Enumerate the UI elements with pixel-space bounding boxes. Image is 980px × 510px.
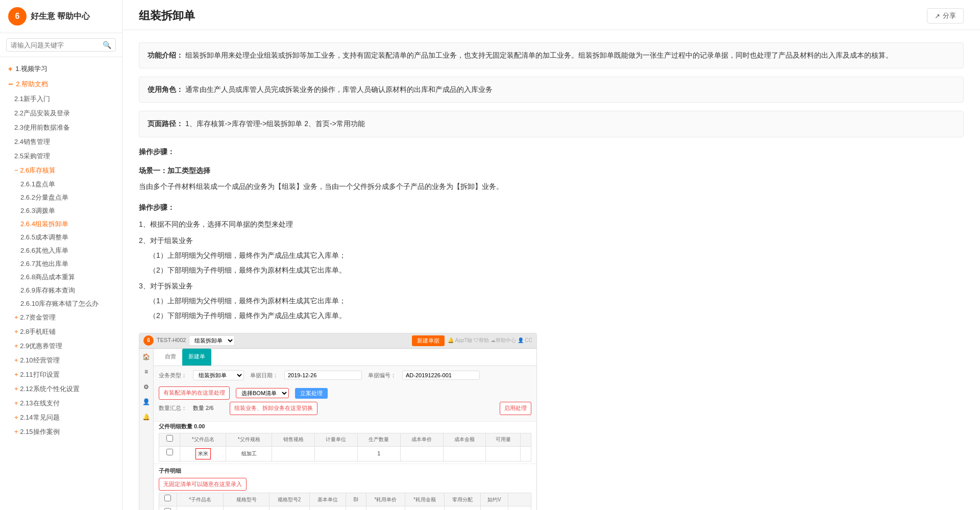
mock-upper-cell-action [521, 446, 531, 461]
sidebar-item-2-10[interactable]: + 2.10经营管理 [0, 353, 122, 368]
step-3: 3、对于拆装业务 [139, 280, 964, 293]
sidebar-item-2-15[interactable]: + 2.15操作案例 [0, 425, 122, 439]
search-icon[interactable]: 🔍 [103, 41, 111, 49]
search-box[interactable]: 🔍 [6, 38, 116, 52]
mock-upper-cell-spec: 组加工 [226, 446, 272, 461]
sidebar-item-2-8[interactable]: + 2.8手机旺铺 [0, 325, 122, 339]
sidebar-item-2-1[interactable]: 2.1新手入门 [0, 92, 122, 106]
mock-lrow1-costunit: 900 [366, 506, 405, 510]
mock-app-logo: 6 [143, 335, 154, 346]
mock-lrow1-action: ✏ 🗑 [508, 506, 531, 510]
mock-form-row-1: 业务类型： 组装拆卸单 单据日期： 单据编号： 有装配清单的在这里处理 [159, 370, 531, 400]
sidebar-item-2-7[interactable]: + 2.7资金管理 [0, 310, 122, 325]
mock-test-id: TEST-H002 [157, 335, 186, 346]
mock-upper-cell-costprice [400, 446, 443, 461]
mock-upper-table-area: 父件明细数量 0.00 *父件品名 *父件规格 销售规格 计量单位 [154, 422, 536, 464]
search-area: 🔍 [0, 33, 122, 57]
sidebar-item-2-6-4[interactable]: 2.6.4组装拆卸单 [0, 217, 122, 231]
sidebar-item-2-9[interactable]: + 2.9优惠券管理 [0, 339, 122, 353]
mock-date-input[interactable] [284, 371, 362, 380]
sidebar-item-2-2[interactable]: 2.2产品安装及登录 [0, 106, 122, 120]
mock-upper-table: *父件品名 *父件规格 销售规格 计量单位 生产数量 成本单价 成本金额 可用量 [159, 433, 531, 462]
main-content: 组装拆卸单 ↗ 分享 功能介绍： 组装拆卸单用来处理企业组装或拆卸等加工业务，支… [122, 0, 980, 510]
mock-lth-baseunit: 基本单位 [309, 493, 346, 506]
mock-upper-cell-name: 米米 [180, 446, 226, 461]
mock-icon-settings: ⚙ [143, 382, 149, 393]
mock-upper-cell-check [159, 446, 180, 461]
sidebar-item-2-6-5[interactable]: 2.6.5成本调整单 [0, 231, 122, 244]
sidebar-item-2-14[interactable]: + 2.14常见问题 [0, 410, 122, 425]
mock-lower-select-all[interactable] [164, 495, 171, 501]
sidebar-item-2-12[interactable]: + 2.12系统个性化设置 [0, 382, 122, 396]
sidebar-item-label-2: 2.帮助文档 [16, 80, 48, 89]
mock-th-parent-name: *父件品名 [180, 433, 226, 446]
path-text: 1、库存核算->库存管理->组装拆卸单 2、首页->常用功能 [185, 119, 365, 128]
mock-orderno-input[interactable] [402, 371, 480, 380]
sidebar-item-2-4[interactable]: 2.4销售管理 [0, 135, 122, 149]
mock-warehouse-select[interactable]: 组装拆卸单 [189, 335, 235, 346]
sidebar-item-2-6-9[interactable]: 2.6.9库存账本查询 [0, 284, 122, 297]
mock-lth-child-name: *子件品名 [177, 493, 224, 506]
mock-th-cost-price: 成本单价 [400, 433, 443, 446]
step-3-sub2: （2）下部明细为子件明细，最终作为产成品生成其它入库单。 [139, 309, 964, 322]
path-block: 页面路径： 1、库存核算->库存管理->组装拆卸单 2、首页->常用功能 [139, 111, 964, 137]
sidebar-item-2[interactable]: − 2.帮助文档 [0, 77, 122, 92]
mock-form-area: 业务类型： 组装拆卸单 单据日期： 单据编号： 有装配清单的在这里处理 [154, 366, 536, 422]
mock-th-actions [521, 433, 531, 446]
mock-lrow1-check [159, 506, 177, 510]
sidebar-item-2-6-7[interactable]: 2.6.7其他出库单 [0, 257, 122, 271]
mock-th-prod-qty: 生产数量 [357, 433, 400, 446]
ops-steps-title: 操作步骤： [139, 201, 964, 214]
mock-lrow1-spec2: (1)→4(1) [269, 506, 309, 510]
annotation-enable: 启用处理 [500, 402, 531, 415]
sidebar-item-1[interactable]: + 1.视频学习 [0, 61, 122, 77]
mock-select-all[interactable] [166, 435, 173, 442]
sidebar-item-label-1: 1.视频学习 [15, 64, 47, 74]
mock-th-parent-spec: *父件规格 [226, 433, 272, 446]
mock-lrow1-alloc: 0.00 [444, 506, 480, 510]
sidebar-item-2-6-1[interactable]: 2.6.1盘点单 [0, 178, 122, 191]
mock-upper-cell-sales [272, 446, 315, 461]
mock-th-cost-amt: 成本金额 [443, 433, 486, 446]
screenshot-container: 6 TEST-H002 组装拆卸单 新建单据 🔔 AppT轴 🛡帮助 ☁帮助中心… [139, 333, 537, 510]
sidebar-item-2-6-3[interactable]: 2.6.3调拨单 [0, 204, 122, 217]
app-logo: 6 [8, 7, 27, 26]
logo-area: 6 好生意 帮助中心 [0, 0, 122, 33]
sidebar-item-2-5[interactable]: 2.5采购管理 [0, 149, 122, 163]
mock-lrow1-name: * 料件品名1 [177, 506, 224, 510]
function-intro-label: 功能介绍： [148, 51, 183, 59]
sidebar-item-2-6[interactable]: − 2.6库存核算 [0, 163, 122, 178]
article-body: 功能介绍： 组装拆卸单用来处理企业组装或拆卸等加工业务，支持有固定装配清单的产品… [122, 30, 980, 510]
sidebar-item-2-6-6[interactable]: 2.6.6其他入库单 [0, 244, 122, 257]
step-2: 2、对于组装业务 [139, 234, 964, 247]
annotation-assembly-list: 有装配清单的在这里处理 [159, 386, 230, 400]
step-1: 1、根据不同的业务，选择不同单据的类型来处理 [139, 218, 964, 231]
mock-new-order-btn[interactable]: 新建单据 [412, 335, 445, 346]
sidebar-item-2-6-2[interactable]: 2.6.2分量盘点单 [0, 191, 122, 204]
mock-tab-new[interactable]: 新建单 [182, 349, 211, 366]
mock-lrow1-extra [481, 506, 508, 510]
step-2-sub1: （1）上部明细为父件明细，最终作为产成品生成其它入库单； [139, 249, 964, 262]
mock-lth-bi: BI [346, 493, 366, 506]
mock-tab-self[interactable]: 自营 [159, 349, 182, 366]
ops-title: 操作步骤： [139, 145, 964, 158]
mock-upper-cell-unit [315, 446, 358, 461]
brand-name: 好生意 帮助中心 [31, 11, 90, 22]
sidebar-item-2-3[interactable]: 2.3使用前数据准备 [0, 120, 122, 135]
sidebar-item-2-11[interactable]: + 2.11打印设置 [0, 368, 122, 382]
scene1-desc: 当由多个子件材料组装成一个成品的业务为【组装】业务，当由一个父件拆分成多个子产品… [139, 180, 964, 193]
mock-lrow1-costamt: 0.00 [405, 506, 445, 510]
share-label: 分享 [943, 11, 956, 20]
page-title: 组装拆卸单 [139, 8, 195, 23]
mock-th-avail: 可用量 [486, 433, 521, 446]
sidebar-item-2-6-8[interactable]: 2.6.8商品成本重算 [0, 271, 122, 284]
mock-confirm-btn[interactable]: 立案处理 [295, 388, 328, 399]
search-input[interactable] [11, 41, 103, 49]
share-button[interactable]: ↗ 分享 [927, 8, 964, 23]
mock-assembly-select[interactable]: 选择BOM清单 [236, 388, 289, 398]
sidebar-item-2-13[interactable]: + 2.13在线支付 [0, 396, 122, 410]
mock-lrow1-bi: 140 [346, 506, 366, 510]
mock-type-select[interactable]: 组装拆卸单 [193, 370, 244, 380]
expand-icon-1: + [8, 65, 12, 73]
sidebar-item-2-6-10[interactable]: 2.6.10库存账本错了怎么办 [0, 297, 122, 310]
